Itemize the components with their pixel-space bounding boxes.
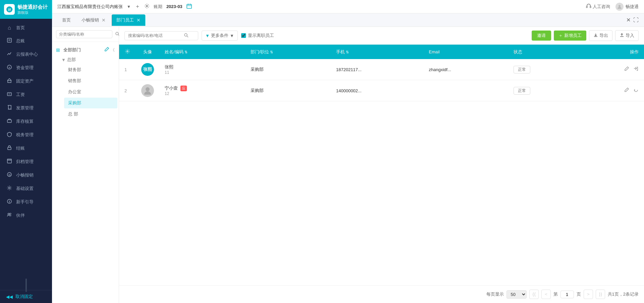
tab-department[interactable]: 部门员工 ✕ (112, 14, 145, 26)
dept-item-purchase[interactable]: 采购部 (64, 98, 117, 108)
home-icon: ⌂ (6, 25, 13, 31)
company-dropdown-icon[interactable]: ▼ (127, 4, 131, 9)
expense-icon: 报 (6, 172, 13, 179)
collapse-dept-icon[interactable]: 《 (111, 47, 115, 53)
service-button[interactable]: 人工咨询 (586, 3, 610, 10)
export-button[interactable]: 导出 (589, 30, 612, 41)
sidebar-item-expense[interactable]: 报 小畅报销 (0, 168, 52, 182)
dept-item-finance[interactable]: 财务部 (64, 64, 117, 75)
sidebar-item-reports[interactable]: 云报表中心 (0, 48, 52, 61)
company-settings-button[interactable] (144, 3, 150, 10)
filter-chevron-icon: ▼ (230, 33, 234, 38)
dept-item-office[interactable]: 办公室 (64, 87, 117, 97)
svg-line-30 (187, 36, 188, 37)
svg-point-27 (116, 32, 118, 35)
tab-expense-close[interactable]: ✕ (102, 17, 106, 23)
tab-expense[interactable]: 小畅报销 ✕ (77, 14, 110, 26)
sidebar-item-assets[interactable]: 固定资产 (0, 74, 52, 88)
filter-label: 更多条件 (211, 33, 228, 39)
svg-rect-20 (187, 4, 192, 8)
table-col-phone[interactable]: 手机 (331, 45, 424, 59)
row2-avatar-cell (136, 80, 159, 101)
row2-refresh-icon[interactable] (633, 87, 639, 94)
invite-button[interactable]: 邀请 (532, 31, 551, 41)
app-version: 旗舰版 (17, 10, 48, 15)
employee-panel: ▼ 更多条件 ▼ 显示离职员工 邀请 ＋ 新增员工 (119, 27, 644, 303)
dept-search-input[interactable] (56, 30, 112, 38)
tab-department-close[interactable]: ✕ (137, 17, 141, 23)
row2-dept: 采购部 (245, 80, 331, 101)
tab-expense-label: 小畅报销 (82, 17, 99, 23)
table-col-settings[interactable] (119, 45, 136, 59)
add-company-button[interactable]: ＋ (135, 3, 140, 10)
sidebar-item-invoices[interactable]: 发票管理 (0, 101, 52, 115)
tab-maximize[interactable]: ⛶ (633, 17, 639, 23)
import-label: 导入 (626, 33, 634, 39)
period-label: 账期 (154, 4, 162, 10)
dept-root-expand[interactable]: ▼ 总部 (57, 55, 119, 64)
svg-rect-24 (586, 6, 587, 8)
page-next-button[interactable]: ＞ (584, 290, 593, 299)
user-menu[interactable]: 畅捷通 (615, 3, 639, 11)
sidebar-item-home[interactable]: ⌂ 首页 (0, 21, 52, 34)
employee-search-icon[interactable] (184, 33, 189, 39)
per-page-select[interactable]: 50 20 100 (506, 290, 527, 299)
table-col-name[interactable]: 姓名/编码 (159, 45, 245, 59)
sidebar-item-ledger[interactable]: 总账 (0, 34, 52, 48)
user-name: 畅捷通 (626, 4, 639, 10)
sidebar-item-tax[interactable]: 税务管理 (0, 128, 52, 142)
dept-search-area (52, 27, 119, 42)
sidebar-item-closing[interactable]: 结账 (0, 142, 52, 155)
row2-avatar (141, 84, 154, 97)
row2-status-cell: 正常 (508, 80, 579, 101)
row2-edit-icon[interactable] (624, 87, 629, 94)
toolbar-right: 邀请 ＋ 新增员工 导出 导入 (532, 30, 639, 41)
row1-phone: 187202117... (331, 59, 424, 80)
page-last-button[interactable]: ⟩⟩ (596, 290, 605, 299)
service-label: 人工咨询 (593, 4, 610, 10)
row2-email (424, 80, 508, 101)
partner-icon (6, 212, 13, 219)
calendar-icon[interactable] (186, 3, 192, 10)
edit-dept-icon[interactable] (104, 47, 109, 53)
page-first-button[interactable]: ⟨⟨ (529, 290, 539, 299)
tab-home[interactable]: 首页 (57, 14, 75, 26)
sidebar-item-inventory[interactable]: 库存核算 (0, 115, 52, 128)
sidebar-item-archive[interactable]: 归档管理 (0, 155, 52, 168)
page-prev-button[interactable]: ＜ (541, 290, 551, 299)
row2-code: 12 (165, 91, 240, 96)
svg-point-16 (9, 187, 10, 189)
closing-icon (6, 145, 13, 152)
sidebar-item-partner[interactable]: 伙伴 (0, 209, 52, 222)
dept-item-sales[interactable]: 销售部 (64, 75, 117, 86)
sidebar-nav: ⌂ 首页 总账 云报表中心 ¥ 资金管理 固定资产 (0, 19, 52, 282)
more-filters-button[interactable]: ▼ 更多条件 ▼ (202, 31, 238, 41)
row1-edit-icon[interactable] (624, 66, 629, 73)
export-label: 导出 (599, 33, 608, 39)
table-col-dept[interactable]: 部门/职位 (245, 45, 331, 59)
row1-action-icons (584, 66, 639, 73)
add-employee-button[interactable]: ＋ 新增员工 (554, 31, 586, 41)
svg-point-31 (127, 51, 128, 52)
row1-logout-icon[interactable] (633, 66, 639, 73)
all-dept-header[interactable]: ⊞ 全部部门 《 (52, 45, 119, 55)
row1-dept: 采购部 (245, 59, 331, 80)
row1-avatar: 张熙 (141, 63, 154, 76)
employee-search-input[interactable] (128, 33, 182, 38)
page-input[interactable] (560, 291, 574, 298)
sidebar-item-settings[interactable]: 基础设置 (0, 182, 52, 195)
import-button[interactable]: 导入 (615, 30, 639, 41)
sidebar-item-funds[interactable]: ¥ 资金管理 (0, 61, 52, 74)
tab-close-window[interactable]: ✕ (626, 17, 631, 23)
table-col-avatar: 头像 (136, 45, 159, 59)
sidebar-item-guide[interactable]: 新手引导 (0, 195, 52, 209)
import-icon (620, 33, 624, 39)
unpin-button[interactable]: ◀◀ 取消固定 (0, 290, 52, 303)
svg-rect-2 (7, 38, 11, 42)
show-resigned-checkbox[interactable] (241, 33, 246, 38)
row1-name: 张熙 (165, 64, 240, 70)
sidebar-item-payroll[interactable]: 工资 (0, 88, 52, 101)
table-row: 1 张熙 张熙 11 采购部 187202117... zhangxidf... (119, 59, 644, 80)
dept-item-headquarters[interactable]: 总 部 (64, 109, 117, 119)
row2-name-cell: 宁小壹 应 12 (159, 80, 245, 101)
